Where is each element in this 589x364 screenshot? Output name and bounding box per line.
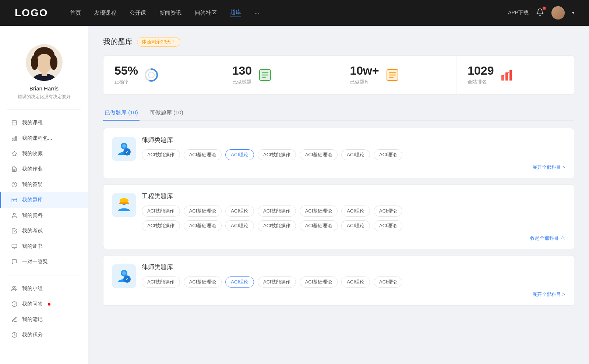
- sidebar-label-group: 我的小组: [22, 285, 43, 292]
- lawyer-person-icon-2: ✓: [116, 268, 132, 284]
- stat-done-questions: 130 已做试题: [221, 56, 339, 94]
- stat-accuracy: 55% 正确率: [103, 56, 221, 94]
- eng-tag-r1-0[interactable]: ACI技能操作: [142, 206, 180, 217]
- nav-home[interactable]: 首页: [70, 10, 81, 17]
- svg-rect-21: [12, 244, 17, 247]
- page-layout: Brian Harris 错误的决定比没有决定要好 我的课程 我的课程包...: [0, 26, 589, 364]
- profile-icon: [11, 212, 18, 219]
- l2-tag-0[interactable]: ACI技能操作: [142, 276, 180, 288]
- tab-done-banks[interactable]: 已做题库 (10): [103, 106, 140, 121]
- tag-1[interactable]: ACI基础理论: [184, 149, 222, 160]
- sidebar-item-my-bank[interactable]: 我的题库: [0, 192, 88, 208]
- eng-tag-r2-5[interactable]: ACI理论: [341, 220, 370, 231]
- tag-3[interactable]: ACI技能操作: [258, 149, 296, 160]
- bank-card-lawyer-1: ✓ 律师类题库 ACI技能操作 ACI基础理论 ACI理论 ACI技能操作 AC…: [103, 128, 574, 178]
- done-questions-icon: [258, 68, 272, 82]
- eng-tag-r1-3[interactable]: ACI技能操作: [258, 206, 296, 217]
- sidebar-item-cert[interactable]: 我的证书: [0, 239, 88, 254]
- logo: LOGO: [15, 7, 48, 19]
- avatar-dropdown-icon[interactable]: ▾: [572, 10, 574, 15]
- sidebar-label-notes: 我的笔记: [22, 316, 43, 323]
- sidebar-label-my-bank: 我的题库: [22, 197, 43, 203]
- tab-available-banks[interactable]: 可做题库 (10): [148, 106, 185, 121]
- stats-row: 55% 正确率 130 已做试题: [103, 56, 574, 94]
- eng-tag-r2-6[interactable]: ACI理论: [374, 220, 402, 231]
- nav-bank[interactable]: 题库: [230, 9, 241, 17]
- sidebar-item-homework[interactable]: 我的作业: [0, 161, 88, 177]
- answer-icon: [11, 301, 18, 307]
- l2-tag-2-active[interactable]: ACI理论: [225, 276, 254, 288]
- sidebar-item-points[interactable]: 我的积分: [0, 327, 88, 343]
- sidebar-item-my-course[interactable]: 我的课程: [0, 115, 88, 131]
- sidebar-item-one-on-one[interactable]: 一对一答疑: [0, 254, 88, 270]
- header: LOGO 首页 发现课程 公开课 新闻资讯 问答社区 题库 ··· APP下载 …: [0, 0, 589, 26]
- sidebar-label-exam: 我的考试: [22, 228, 43, 234]
- question-icon: [11, 181, 18, 188]
- tag-0[interactable]: ACI技能操作: [142, 149, 180, 160]
- sidebar-label-course-pack: 我的课程包...: [22, 135, 52, 142]
- eng-tag-r1-5[interactable]: ACI理论: [341, 206, 370, 217]
- eng-tag-r2-1[interactable]: ACI基础理论: [184, 220, 222, 231]
- svg-point-20: [13, 213, 15, 215]
- nav-discover[interactable]: 发现课程: [94, 10, 116, 17]
- eng-tag-r1-2[interactable]: ACI理论: [225, 206, 254, 217]
- bank-tags-lawyer-2: ACI技能操作 ACI基础理论 ACI理论 ACI技能操作 ACI基础理论 AC…: [142, 276, 565, 288]
- bank-icon: [11, 197, 18, 203]
- doc-icon: [11, 119, 18, 126]
- l2-tag-4[interactable]: ACI基础理论: [300, 276, 338, 288]
- bell-icon[interactable]: [536, 8, 544, 18]
- l2-tag-1[interactable]: ACI基础理论: [184, 276, 222, 288]
- bank-card-icon-area-3: ✓: [112, 263, 142, 288]
- svg-rect-17: [12, 198, 17, 202]
- nav-qa[interactable]: 问答社区: [195, 10, 217, 17]
- sidebar-item-exam[interactable]: 我的考试: [0, 223, 88, 239]
- app-download-link[interactable]: APP下载: [508, 10, 529, 16]
- homework-icon: [11, 166, 18, 172]
- bank-card-engineer: 工程类题库 ACI技能操作 ACI基础理论 ACI理论 ACI技能操作 ACI基…: [103, 184, 574, 249]
- notification-badge: [48, 303, 50, 306]
- tag-4[interactable]: ACI基础理论: [300, 149, 338, 160]
- sidebar-avatar: [26, 44, 63, 81]
- svg-point-53: [122, 271, 126, 275]
- chart-icon: [11, 135, 18, 142]
- svg-point-45: [122, 144, 126, 148]
- sidebar-item-group[interactable]: 我的小组: [0, 281, 88, 296]
- tag-2-active[interactable]: ACI理论: [225, 149, 254, 160]
- expand-link-3[interactable]: 展开全部科目 >: [142, 291, 565, 298]
- collapse-link[interactable]: 收起全部科目 △: [142, 235, 565, 242]
- tag-5[interactable]: ACI理论: [341, 149, 370, 160]
- sidebar: Brian Harris 错误的决定比没有决定要好 我的课程 我的课程包...: [0, 26, 88, 364]
- nav-open-course[interactable]: 公开课: [130, 10, 146, 17]
- eng-tag-r2-4[interactable]: ACI基础理论: [300, 220, 338, 231]
- user-avatar[interactable]: [551, 6, 565, 19]
- sidebar-divider-2: [7, 275, 81, 275]
- sidebar-item-favorites[interactable]: 我的收藏: [0, 146, 88, 161]
- l2-tag-5[interactable]: ACI理论: [341, 276, 370, 288]
- sidebar-item-notes[interactable]: 我的笔记: [0, 312, 88, 327]
- lawyer-icon-bg-2: ✓: [112, 264, 136, 288]
- eng-tag-r2-3[interactable]: ACI技能操作: [258, 220, 296, 231]
- eng-tag-r2-0[interactable]: ACI技能操作: [142, 220, 180, 231]
- eng-tag-r1-1[interactable]: ACI基础理论: [184, 206, 222, 217]
- stat-rank: 1029 全站排名: [456, 56, 574, 94]
- sidebar-item-course-pack[interactable]: 我的课程包...: [0, 131, 88, 146]
- done-banks-icon: [385, 68, 400, 82]
- l2-tag-6[interactable]: ACI理论: [374, 276, 402, 288]
- nav-more[interactable]: ···: [254, 10, 259, 16]
- eng-tag-r2-2[interactable]: ACI理论: [225, 220, 254, 231]
- nav-news[interactable]: 新闻资讯: [159, 10, 181, 17]
- sidebar-item-profile[interactable]: 我的资料: [0, 208, 88, 223]
- eng-tag-r1-4[interactable]: ACI基础理论: [300, 206, 338, 217]
- sidebar-label-my-qa: 我的答疑: [22, 181, 43, 188]
- sidebar-item-my-questions[interactable]: 我的问答: [0, 296, 88, 312]
- svg-rect-11: [15, 136, 17, 140]
- tag-6[interactable]: ACI理论: [374, 149, 402, 160]
- svg-rect-6: [42, 71, 47, 76]
- group-icon: [11, 285, 18, 292]
- sidebar-label-my-course: 我的课程: [22, 119, 43, 126]
- sidebar-label-one-on-one: 一对一答疑: [22, 258, 48, 265]
- expand-link-1[interactable]: 展开全部科目 >: [142, 164, 565, 171]
- l2-tag-3[interactable]: ACI技能操作: [258, 276, 296, 288]
- eng-tag-r1-6[interactable]: ACI理论: [374, 206, 402, 217]
- sidebar-item-my-qa[interactable]: 我的答疑: [0, 177, 88, 192]
